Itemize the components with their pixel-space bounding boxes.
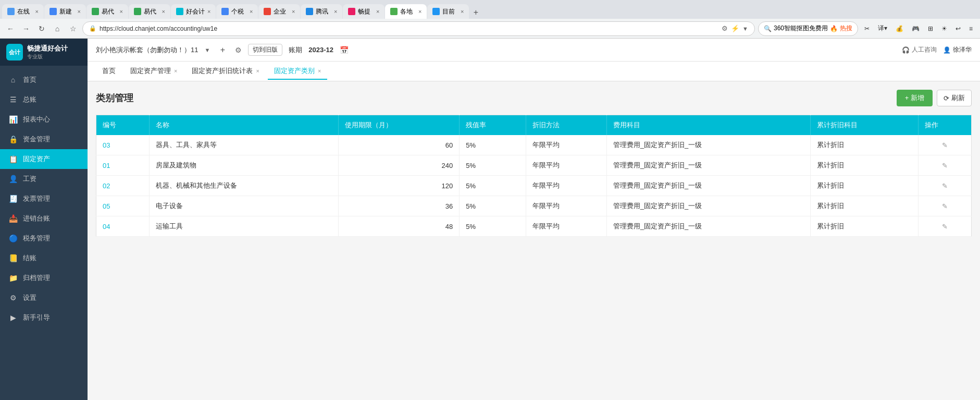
tab-close-icon[interactable]: × — [120, 8, 123, 15]
sidebar-item-home[interactable]: ⌂首页 — [0, 70, 88, 90]
dropdown-icon[interactable]: ▼ — [204, 47, 210, 53]
edit-icon[interactable]: ✎ — [942, 223, 948, 231]
tab-close-icon[interactable]: × — [376, 8, 379, 15]
browser-tab-tab7[interactable]: 企业× — [258, 4, 300, 19]
search-bar[interactable]: 🔍 360智能抠图免费用 🔥 热搜 — [758, 21, 858, 36]
edit-icon[interactable]: ✎ — [942, 162, 948, 169]
page-tab-close-icon[interactable]: × — [256, 68, 259, 74]
browser-tab-tab3[interactable]: 易代× — [86, 4, 128, 19]
address-dropdown-icon[interactable]: ▼ — [742, 26, 748, 32]
sidebar-item-fixed-assets[interactable]: 📋固定资产 — [0, 149, 88, 169]
cell-accumulated-subject: 累计折旧 — [811, 135, 918, 155]
add-button[interactable]: + 新增 — [897, 90, 933, 106]
address-bar[interactable]: 🔒 https://cloud.chanjet.com/accounting/u… — [82, 21, 755, 36]
site-info-icon[interactable]: ⚙ — [722, 25, 728, 32]
new-tab-button[interactable]: + — [469, 6, 482, 19]
game-btn[interactable]: 🎮 — [909, 24, 923, 33]
cell-actions[interactable]: ✎ — [918, 216, 971, 237]
page-tab-close-icon[interactable]: × — [318, 68, 321, 74]
scissors-btn[interactable]: ✂ — [861, 24, 873, 33]
page-tab-fixed-asset-mgmt[interactable]: 固定资产管理× — [124, 63, 183, 80]
wallet-btn[interactable]: 💰 — [892, 24, 907, 33]
browser-tab-tab6[interactable]: 个税× — [216, 4, 258, 19]
sidebar-item-label: 资金管理 — [23, 135, 50, 144]
undo-btn[interactable]: ↩ — [952, 24, 964, 33]
cell-actions[interactable]: ✎ — [918, 176, 971, 196]
cell-actions[interactable]: ✎ — [918, 196, 971, 216]
home-button[interactable]: ⌂ — [51, 22, 64, 35]
cell-code: 01 — [96, 155, 150, 176]
browser-tab-tab2[interactable]: 新建× — [44, 4, 86, 19]
cell-accumulated-subject: 累计折旧 — [811, 176, 918, 196]
page-title-bar: 类别管理 + 新增 ⟳ 刷新 — [96, 90, 972, 106]
service-label: 人工咨询 — [912, 45, 937, 54]
settings-icon[interactable]: ⚙ — [235, 46, 242, 54]
sidebar-item-reports[interactable]: 📊报表中心 — [0, 110, 88, 129]
browser-tab-label: 各地 — [400, 7, 416, 16]
add-account-button[interactable]: + — [216, 44, 229, 56]
browser-tab-tab9[interactable]: 畅提× — [343, 4, 384, 19]
browser-tab-tab11[interactable]: 目前× — [427, 4, 469, 19]
tab-close-icon[interactable]: × — [292, 8, 295, 15]
logo-icon: 会计 — [6, 44, 23, 60]
cell-actions[interactable]: ✎ — [918, 135, 971, 155]
menu-btn[interactable]: ≡ — [966, 24, 976, 33]
tab-close-icon[interactable]: × — [334, 8, 337, 15]
sidebar-item-invoice[interactable]: 🧾发票管理 — [0, 189, 88, 209]
browser-tab-tab8[interactable]: 腾讯× — [301, 4, 342, 19]
sidebar-item-ledger[interactable]: ☰总账 — [0, 90, 88, 110]
browser-tab-tab5[interactable]: 好会计× — [171, 4, 216, 19]
page-tab-close-icon[interactable]: × — [174, 68, 177, 74]
sidebar-item-label: 税务管理 — [23, 234, 50, 243]
tab-close-icon[interactable]: × — [461, 8, 464, 15]
sidebar-item-tax[interactable]: 🔵税务管理 — [0, 228, 88, 248]
tab-close-icon[interactable]: × — [78, 8, 81, 15]
cell-actions[interactable]: ✎ — [918, 155, 971, 176]
toolbar-actions: ✂ 译▾ 💰 🎮 ⊞ ☀ ↩ ≡ — [861, 23, 976, 34]
checkout-icon: 📒 — [8, 253, 18, 263]
browser-tab-tab10[interactable]: 各地× — [385, 4, 427, 19]
user-avatar[interactable]: 👤 徐泽华 — [943, 45, 972, 54]
page-title: 类别管理 — [96, 92, 133, 104]
tab-close-icon[interactable]: × — [207, 8, 210, 15]
sidebar-item-label: 结账 — [23, 253, 36, 263]
reload-button[interactable]: ↻ — [35, 22, 48, 35]
browser-tab-tab1[interactable]: 在线× — [2, 4, 44, 19]
switch-version-button[interactable]: 切到旧版 — [248, 44, 282, 56]
translate-btn[interactable]: 译▾ — [875, 23, 890, 34]
sidebar-item-inventory[interactable]: 📥进销台账 — [0, 209, 88, 228]
refresh-button[interactable]: ⟳ 刷新 — [937, 90, 972, 106]
back-button[interactable]: ← — [4, 22, 17, 35]
page-tab-depreciation-table[interactable]: 固定资产折旧统计表× — [185, 63, 265, 80]
edit-icon[interactable]: ✎ — [942, 182, 948, 190]
brightness-btn[interactable]: ☀ — [938, 24, 950, 33]
cell-residual-rate: 5% — [460, 216, 526, 237]
forward-button[interactable]: → — [20, 22, 32, 35]
edit-icon[interactable]: ✎ — [942, 202, 948, 210]
sidebar-item-funds[interactable]: 🔒资金管理 — [0, 129, 88, 149]
sidebar-item-payroll[interactable]: 👤工资 — [0, 169, 88, 189]
sidebar-item-settings[interactable]: ⚙设置 — [0, 288, 88, 308]
page-tab-asset-category[interactable]: 固定资产类别× — [268, 63, 327, 80]
page-tab-home[interactable]: 首页 — [96, 63, 122, 80]
refresh-label: 刷新 — [951, 93, 965, 103]
service-button[interactable]: 🎧 人工咨询 — [902, 45, 937, 54]
cell-use-period: 120 — [338, 176, 459, 196]
ledger-icon: ☰ — [8, 95, 18, 104]
tab-close-icon[interactable]: × — [250, 8, 253, 15]
tab-close-icon[interactable]: × — [162, 8, 165, 15]
lightning-icon[interactable]: ⚡ — [731, 25, 739, 32]
sidebar-item-archive[interactable]: 📁归档管理 — [0, 268, 88, 288]
bookmark-button[interactable]: ☆ — [67, 22, 79, 35]
sidebar-item-label: 固定资产 — [23, 154, 50, 164]
page-tab-label: 首页 — [102, 66, 116, 76]
grid-btn[interactable]: ⊞ — [925, 24, 936, 33]
sidebar-item-guide[interactable]: ▶新手引导 — [0, 308, 88, 328]
tab-close-icon[interactable]: × — [35, 8, 39, 15]
edit-icon[interactable]: ✎ — [942, 141, 948, 149]
sidebar-item-label: 发票管理 — [23, 194, 50, 203]
calendar-icon[interactable]: 📅 — [340, 46, 349, 54]
tab-close-icon[interactable]: × — [418, 8, 421, 15]
sidebar-item-checkout[interactable]: 📒结账 — [0, 248, 88, 268]
browser-tab-tab4[interactable]: 易代× — [129, 4, 170, 19]
